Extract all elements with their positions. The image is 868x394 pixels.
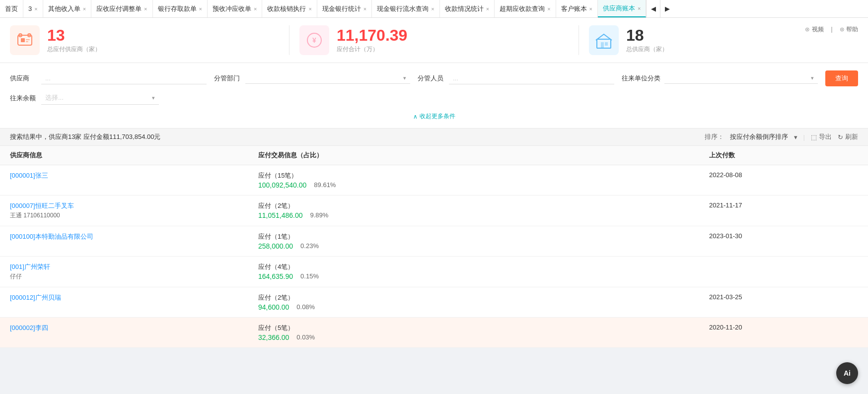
trans-amount-6[interactable]: 32,366.00 — [258, 333, 289, 341]
nav-prepay-offset-close[interactable]: × — [254, 6, 257, 12]
dept-select[interactable]: ▾ — [245, 73, 411, 84]
trans-cell-5: 应付（2笔） 94,600.00 0.08% — [258, 293, 709, 311]
nav-other-income-label: 其他收入单 — [48, 4, 80, 13]
trans-row-3: 258,000.00 0.23% — [258, 241, 709, 250]
last-pay-cell-6: 2020-11-20 — [709, 324, 858, 331]
supplier-icon — [10, 25, 40, 55]
sort-value[interactable]: 按应付余额倒序排序 — [730, 132, 788, 141]
trans-percent-4: 0.15% — [300, 272, 319, 280]
nav-customer-ledger-label: 客户账本 — [561, 4, 587, 13]
stat-info-amount: 11,170.39 应付合计（万） — [337, 27, 407, 54]
nav-home[interactable]: 首页 — [0, 0, 23, 17]
category-filter-label: 往来单位分类 — [622, 74, 660, 83]
table-row: [000007]恒旺二手叉车 王通 17106110000 应付（2笔） 11,… — [0, 196, 868, 226]
nav-bar: 首页 3 × 其他收入单 × 应收应付调整单 × 银行存取款单 × 预收冲应收单… — [0, 0, 868, 18]
trans-cell-2: 应付（2笔） 11,051,486.00 9.89% — [258, 201, 709, 219]
nav-supplier-ledger[interactable]: 供应商账本 × — [598, 0, 646, 17]
filter-supplier: 供应商 — [10, 72, 207, 84]
video-link[interactable]: ⊙ 视频 — [805, 25, 823, 34]
trans-amount-3[interactable]: 258,000.00 — [258, 242, 293, 250]
nav-cash-stat-close[interactable]: × — [363, 6, 366, 12]
trans-amount-2[interactable]: 11,051,486.00 — [258, 211, 303, 219]
nav-overdue-ar-close[interactable]: × — [547, 6, 550, 12]
supplier-link-5[interactable]: [000012]广州贝瑞 — [10, 294, 61, 301]
nav-cash-stat[interactable]: 现金银行统计 × — [317, 0, 372, 17]
dept-filter-label: 分管部门 — [214, 74, 241, 83]
supplier-link-2[interactable]: [000007]恒旺二手叉车 — [10, 202, 74, 209]
last-pay-cell-1: 2022-08-08 — [709, 171, 858, 179]
filter-row-2: 往来余额 选择... ▾ — [10, 91, 858, 105]
svg-rect-9 — [601, 42, 604, 48]
trans-label-1: 应付（15笔） — [258, 171, 709, 180]
last-pay-cell-2: 2021-11-17 — [709, 201, 858, 209]
refresh-button[interactable]: ↻ 刷新 — [838, 132, 858, 141]
trans-cell-1: 应付（15笔） 100,092,540.00 89.61% — [258, 171, 709, 189]
trans-label-6: 应付（5笔） — [258, 324, 709, 332]
nav-receipt-verify[interactable]: 收款核销执行 × — [262, 0, 317, 17]
nav-cash-flow[interactable]: 现金银行流水查询 × — [372, 0, 439, 17]
nav-other-income[interactable]: 其他收入单 × — [43, 0, 91, 17]
supplier-link-4[interactable]: [001]广州荣轩 — [10, 263, 50, 270]
trans-cell-3: 应付（1笔） 258,000.00 0.23% — [258, 232, 709, 250]
svg-rect-10 — [605, 42, 608, 46]
table-row: [000002]李四 应付（5笔） 32,366.00 0.03% 2020-1… — [0, 318, 868, 348]
nav-overdue-ar[interactable]: 超期应收款查询 × — [495, 0, 556, 17]
result-actions: 排序： 按应付余额倒序排序 ▾ | ⬚ 导出 ↻ 刷新 — [705, 132, 858, 141]
trans-amount-1[interactable]: 100,092,540.00 — [258, 181, 306, 189]
nav-customer-ledger[interactable]: 客户账本 × — [556, 0, 598, 17]
trans-percent-2: 9.89% — [310, 211, 329, 219]
nav-bank-deposit[interactable]: 银行存取款单 × — [153, 0, 208, 17]
collapse-button[interactable]: ∧ 收起更多条件 — [10, 110, 858, 123]
supplier-link-6[interactable]: [000002]李四 — [10, 324, 48, 331]
supplier-link-3[interactable]: [000100]本特勤油品有限公司 — [10, 233, 93, 240]
nav-receipt-stat[interactable]: 收款情况统计 × — [440, 0, 495, 17]
nav-tab3-close[interactable]: × — [34, 6, 37, 12]
supplier-input[interactable] — [41, 72, 207, 84]
export-button[interactable]: ⬚ 导出 — [811, 132, 832, 141]
export-label: 导出 — [819, 132, 832, 141]
trans-cell-6: 应付（5笔） 32,366.00 0.03% — [258, 324, 709, 341]
balance-select[interactable]: 选择... ▾ — [41, 91, 159, 105]
table-header-row: 供应商信息 应付交易信息（占比） 上次付数 — [0, 146, 868, 165]
result-summary: 搜索结果中，供应商13家 应付金额111,703,854.00元 — [10, 132, 160, 141]
table-row: [000012]广州贝瑞 应付（2笔） 94,600.00 0.08% 2021… — [0, 287, 868, 318]
last-pay-cell-3: 2023-01-30 — [709, 232, 858, 240]
stat-label-suppliers: 总应付供应商（家） — [47, 45, 101, 54]
refresh-label: 刷新 — [845, 132, 858, 141]
stat-label-total: 总供应商（家） — [626, 45, 668, 54]
category-dropdown-icon: ▾ — [811, 75, 814, 81]
nav-ar-ap-adjust[interactable]: 应收应付调整单 × — [91, 0, 152, 17]
stat-label-amount: 应付合计（万） — [337, 45, 407, 54]
supplier-cell-6: [000002]李四 — [10, 324, 258, 332]
trans-amount-5[interactable]: 94,600.00 — [258, 303, 289, 311]
person-input[interactable] — [449, 72, 614, 84]
trans-label-2: 应付（2笔） — [258, 201, 709, 210]
nav-left-arrow[interactable]: ◀ — [646, 0, 660, 18]
trans-row-6: 32,366.00 0.03% — [258, 332, 709, 341]
help-link[interactable]: ⊙ 帮助 — [840, 25, 858, 34]
nav-customer-ledger-close[interactable]: × — [589, 6, 592, 12]
stat-value-total: 18 — [626, 27, 668, 43]
nav-supplier-ledger-close[interactable]: × — [638, 5, 641, 11]
search-button[interactable]: 查询 — [825, 70, 858, 86]
nav-cash-flow-label: 现金银行流水查询 — [377, 4, 429, 13]
nav-right-arrow[interactable]: ▶ — [660, 0, 674, 18]
nav-receipt-stat-close[interactable]: × — [486, 6, 489, 12]
supplier-filter-label: 供应商 — [10, 74, 37, 83]
supplier-link-1[interactable]: [000001]张三 — [10, 172, 48, 179]
sort-dropdown-icon[interactable]: ▾ — [794, 133, 797, 141]
nav-ar-ap-adjust-close[interactable]: × — [144, 6, 147, 12]
divider-1: | — [803, 133, 805, 141]
filter-row-1: 供应商 分管部门 ▾ 分管人员 往来单位分类 ▾ 查询 — [10, 70, 858, 86]
trans-percent-3: 0.23% — [300, 242, 319, 250]
trans-percent-5: 0.08% — [296, 303, 315, 311]
nav-other-income-close[interactable]: × — [83, 6, 86, 12]
nav-bank-deposit-close[interactable]: × — [199, 6, 202, 12]
trans-amount-4[interactable]: 164,635.90 — [258, 272, 293, 280]
stat-divider-2 — [579, 25, 579, 55]
nav-receipt-verify-close[interactable]: × — [308, 6, 311, 12]
nav-prepay-offset[interactable]: 预收冲应收单 × — [208, 0, 262, 17]
nav-tab3[interactable]: 3 × — [23, 0, 43, 17]
nav-cash-flow-close[interactable]: × — [431, 6, 434, 12]
category-select[interactable]: ▾ — [664, 73, 818, 84]
